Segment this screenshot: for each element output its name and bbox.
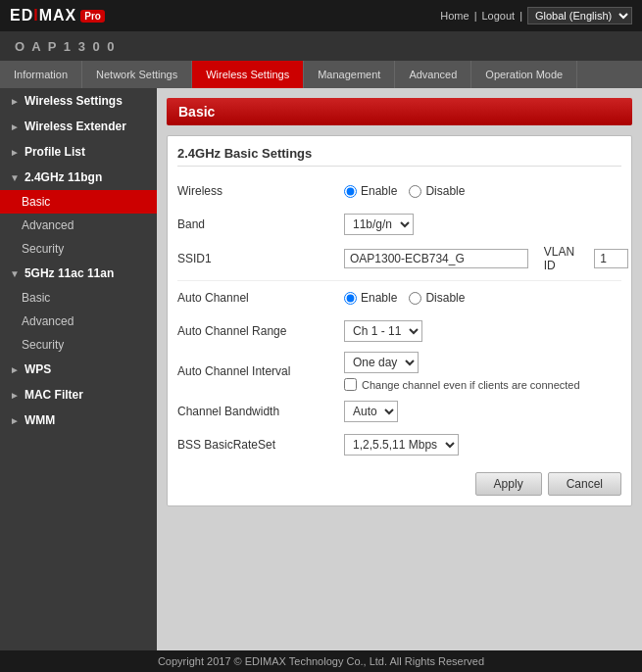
sidebar-section-label: Wireless Settings — [25, 94, 123, 108]
auto-channel-enable-option[interactable]: Enable — [344, 291, 397, 305]
vlan-id-label: VLAN ID — [544, 245, 587, 272]
auto-channel-row: Auto Channel Enable Disable — [177, 285, 621, 311]
sidebar-section-label: WPS — [25, 362, 51, 376]
settings-box: 2.4GHz Basic Settings Wireless Enable Di… — [167, 135, 632, 506]
sidebar-section-label: Wireless Extender — [25, 120, 126, 133]
auto-channel-range-row: Auto Channel Range Ch 1 - 11 — [177, 318, 621, 344]
arrow-icon: ▼ — [10, 172, 20, 183]
main-layout: ► Wireless Settings ► Wireless Extender … — [0, 88, 642, 650]
arrow-icon: ► — [10, 96, 20, 107]
wireless-enable-label: Enable — [361, 184, 397, 198]
auto-channel-range-select[interactable]: Ch 1 - 11 — [344, 320, 422, 342]
arrow-icon: ► — [10, 415, 20, 426]
device-name: O A P 1 3 0 0 — [15, 39, 117, 54]
auto-channel-label: Auto Channel — [177, 291, 344, 305]
sidebar-section-profile-list[interactable]: ► Profile List — [0, 139, 157, 165]
arrow-icon: ► — [10, 390, 20, 401]
sidebar-item-security[interactable]: Security — [0, 237, 157, 261]
wireless-disable-option[interactable]: Disable — [409, 184, 465, 198]
arrow-icon: ► — [10, 121, 20, 132]
sidebar-item-advanced5[interactable]: Advanced — [0, 310, 157, 333]
footer: Copyright 2017 © EDIMAX Technology Co., … — [0, 650, 642, 672]
band-select[interactable]: 11b/g/n — [344, 214, 414, 235]
sidebar-item-basic[interactable]: Basic — [0, 190, 157, 214]
bss-basic-rate-select[interactable]: 1,2,5.5,11 Mbps — [344, 434, 459, 456]
sidebar-section-label: 5GHz 11ac 11an — [25, 266, 114, 280]
ssid1-input[interactable] — [344, 249, 528, 268]
change-channel-checkbox[interactable] — [344, 378, 357, 391]
channel-bandwidth-control: Auto — [344, 401, 621, 422]
wireless-enable-radio[interactable] — [344, 185, 357, 198]
cancel-button[interactable]: Cancel — [548, 472, 621, 496]
wireless-disable-radio[interactable] — [409, 185, 421, 198]
nav-management[interactable]: Management — [304, 61, 395, 88]
auto-channel-enable-label: Enable — [361, 291, 397, 305]
ssid1-row: SSID1 VLAN ID — [177, 245, 621, 272]
channel-bandwidth-row: Channel Bandwidth Auto — [177, 399, 621, 424]
band-row: Band 11b/g/n — [177, 212, 621, 237]
auto-channel-interval-select[interactable]: One day — [344, 352, 419, 373]
arrow-icon: ▼ — [10, 268, 20, 279]
logout-link[interactable]: Logout — [481, 10, 515, 22]
top-links: Home | Logout | Global (English) — [440, 7, 632, 24]
nav-advanced[interactable]: Advanced — [395, 61, 471, 88]
sidebar-section-label: MAC Filter — [25, 388, 83, 402]
footer-text: Copyright 2017 © EDIMAX Technology Co., … — [158, 655, 484, 667]
auto-channel-enable-radio[interactable] — [344, 292, 357, 305]
device-bar: O A P 1 3 0 0 — [0, 31, 642, 61]
nav-operation-mode[interactable]: Operation Mode — [471, 61, 577, 88]
sidebar-section-2ghz[interactable]: ▼ 2.4GHz 11bgn — [0, 165, 157, 190]
nav-network-settings[interactable]: Network Settings — [82, 61, 192, 88]
button-row: Apply Cancel — [177, 472, 621, 496]
sidebar-section-wmm[interactable]: ► WMM — [0, 408, 157, 433]
nav-information[interactable]: Information — [0, 61, 82, 88]
change-channel-label: Change channel even if clients are conne… — [362, 379, 580, 391]
auto-channel-disable-option[interactable]: Disable — [409, 291, 465, 305]
auto-channel-range-control: Ch 1 - 11 — [344, 320, 621, 342]
sidebar-section-label: WMM — [25, 413, 55, 427]
auto-channel-interval-row: Auto Channel Interval One day Change cha… — [177, 352, 621, 391]
sidebar-section-mac-filter[interactable]: ► MAC Filter — [0, 382, 157, 408]
auto-channel-control: Enable Disable — [344, 291, 621, 305]
sidebar-section-label: Profile List — [25, 145, 85, 159]
bss-basic-rate-control: 1,2,5.5,11 Mbps — [344, 434, 621, 456]
language-select[interactable]: Global (English) — [527, 7, 632, 24]
ssid1-control: VLAN ID — [344, 245, 628, 272]
sidebar-section-wireless-extender[interactable]: ► Wireless Extender — [0, 114, 157, 139]
sidebar-item-advanced[interactable]: Advanced — [0, 214, 157, 237]
vlan-id-input[interactable] — [594, 249, 628, 268]
nav-wireless-settings[interactable]: Wireless Settings — [192, 61, 304, 88]
sidebar-section-wps[interactable]: ► WPS — [0, 357, 157, 382]
divider1 — [177, 280, 621, 281]
band-control: 11b/g/n — [344, 214, 621, 235]
auto-channel-interval-control: One day Change channel even if clients a… — [344, 352, 621, 391]
channel-bandwidth-select[interactable]: Auto — [344, 401, 398, 422]
wireless-disable-label: Disable — [425, 184, 465, 198]
content-area: Basic 2.4GHz Basic Settings Wireless Ena… — [157, 88, 642, 650]
logo: EDIMAX Pro — [10, 7, 105, 24]
bss-basic-rate-label: BSS BasicRateSet — [177, 438, 344, 452]
sidebar: ► Wireless Settings ► Wireless Extender … — [0, 88, 157, 650]
bss-basic-rate-row: BSS BasicRateSet 1,2,5.5,11 Mbps — [177, 432, 621, 457]
auto-channel-disable-radio[interactable] — [409, 292, 421, 305]
page-title: Basic — [167, 98, 632, 125]
auto-channel-interval-label: Auto Channel Interval — [177, 364, 344, 378]
nav-bar: Information Network Settings Wireless Se… — [0, 61, 642, 88]
auto-channel-disable-label: Disable — [425, 291, 465, 305]
channel-bandwidth-label: Channel Bandwidth — [177, 405, 344, 418]
logo-pro: Pro — [80, 10, 105, 23]
wireless-label: Wireless — [177, 184, 344, 198]
sidebar-section-wireless-settings[interactable]: ► Wireless Settings — [0, 88, 157, 114]
wireless-enable-option[interactable]: Enable — [344, 184, 397, 198]
sidebar-item-basic5[interactable]: Basic — [0, 286, 157, 310]
sidebar-section-5ghz[interactable]: ▼ 5GHz 11ac 11an — [0, 261, 157, 286]
logo-text: EDIMAX — [10, 7, 76, 24]
ssid1-label: SSID1 — [177, 252, 344, 265]
change-channel-option[interactable]: Change channel even if clients are conne… — [344, 378, 580, 391]
auto-channel-range-label: Auto Channel Range — [177, 324, 344, 338]
sidebar-item-security5[interactable]: Security — [0, 333, 157, 357]
apply-button[interactable]: Apply — [475, 472, 542, 496]
wireless-control: Enable Disable — [344, 184, 621, 198]
arrow-icon: ► — [10, 147, 20, 158]
home-link[interactable]: Home — [440, 10, 469, 22]
